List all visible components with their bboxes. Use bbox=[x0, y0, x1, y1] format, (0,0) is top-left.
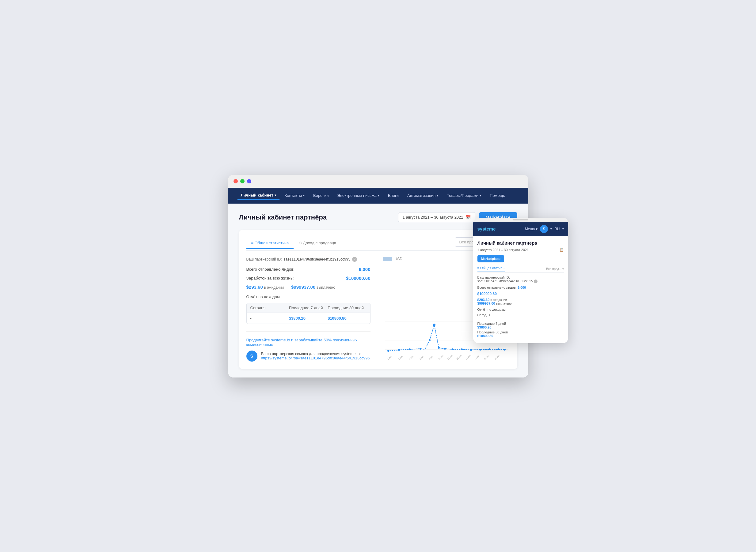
mobile-tabs-row: ≡ Общая статис... Все прод... ▾ bbox=[477, 266, 564, 272]
stats-left: Ваш партнерский ID: sae11101e4796dfc8eae… bbox=[246, 257, 378, 362]
nav-item-automation[interactable]: Автоматизация ▾ bbox=[404, 191, 442, 199]
mobile-overlay: systeme Меню ▾ S ▾ RU ▾ Личный кабинет п… bbox=[473, 218, 568, 343]
mobile-notch-bar bbox=[513, 219, 528, 221]
nav-item-contacts[interactable]: Контакты ▾ bbox=[281, 191, 308, 199]
svg-point-15 bbox=[479, 349, 481, 351]
lifetime-row: Заработок за всю жизнь: $100000.60 bbox=[246, 276, 370, 281]
mobile-nav-right: Меню ▾ S ▾ RU ▾ bbox=[525, 225, 564, 233]
svg-text:3 авг.: 3 авг. bbox=[398, 355, 403, 360]
mobile-menu-button[interactable]: Меню ▾ bbox=[525, 227, 538, 231]
calendar-icon: 📅 bbox=[466, 215, 471, 220]
browser-window: Личный кабинет ▾ Контакты ▾ Воронки Элек… bbox=[228, 175, 528, 378]
svg-text:13 авг.: 13 авг. bbox=[446, 354, 453, 360]
mobile-seller-dropdown[interactable]: Все прод... ▾ bbox=[546, 267, 564, 271]
pending-item: $293.60 в ожидании bbox=[246, 284, 284, 290]
income-table-row: - $3800.20 $10800.80 bbox=[247, 313, 370, 323]
leads-row: Всего отправлено лидов: 9,000 bbox=[246, 267, 370, 272]
svg-point-13 bbox=[461, 349, 463, 350]
mobile-today-row: Сегодня - bbox=[477, 313, 564, 320]
mobile-date-row: 1 августа 2021 – 30 августа 2021 📋 bbox=[477, 248, 564, 252]
svg-point-5 bbox=[398, 349, 400, 351]
mobile-caret-icon: ▾ bbox=[536, 227, 538, 231]
mobile-lang[interactable]: RU bbox=[554, 227, 560, 231]
nav-item-cabinet[interactable]: Личный кабинет ▾ bbox=[237, 191, 280, 200]
mobile-calendar-icon[interactable]: 📋 bbox=[560, 248, 564, 252]
mobile-content: Личный кабинет партнёра 1 августа 2021 –… bbox=[473, 236, 568, 343]
mobile-week7-row: Последние 7 дней $3800.20 bbox=[477, 322, 564, 329]
mobile-page-title: Личный кабинет партнёра bbox=[477, 240, 564, 246]
mobile-month30-row: Последние 30 дней $10800.80 bbox=[477, 330, 564, 338]
svg-text:23 авг.: 23 авг. bbox=[494, 354, 500, 360]
mobile-partner-id: Ваш партнерский ID: sae11101e4796dfc8eae… bbox=[477, 276, 564, 283]
caret-icon: ▾ bbox=[275, 193, 276, 197]
nav-item-products[interactable]: Товары/Продажи ▾ bbox=[443, 191, 485, 199]
caret-icon: ▾ bbox=[479, 194, 481, 197]
mobile-avatar: S bbox=[540, 225, 548, 233]
stats-grid: Ваш партнерский ID: sae11101e4796dfc8eae… bbox=[246, 257, 510, 362]
promo-section: Продвигайте systeme.io и зарабатывайте 5… bbox=[246, 331, 370, 362]
svg-point-7 bbox=[420, 348, 421, 350]
income-table-header: Сегодня Последние 7 дней Последние 30 дн… bbox=[247, 303, 370, 313]
mobile-lifetime: $100000.60 bbox=[477, 292, 564, 296]
nav-item-blogs[interactable]: Блоги bbox=[384, 191, 402, 199]
nav-item-emails[interactable]: Электронные письма ▾ bbox=[333, 191, 383, 199]
promo-link-row: S Ваша партнерская ссылка для продвижени… bbox=[246, 351, 370, 362]
partner-id-row: Ваш партнерский ID: sae11101e4796dfc8eae… bbox=[246, 257, 370, 262]
svg-point-16 bbox=[489, 349, 490, 350]
mobile-logo: systeme bbox=[477, 226, 496, 232]
mobile-lang-caret: ▾ bbox=[562, 227, 564, 231]
minimize-dot[interactable] bbox=[240, 179, 244, 183]
caret-icon: ▾ bbox=[303, 194, 305, 197]
svg-point-14 bbox=[470, 349, 472, 351]
info-icon[interactable]: ? bbox=[352, 257, 357, 262]
caret-icon: ▾ bbox=[437, 194, 438, 197]
mobile-leads-row: Всего отправлено лидов: 9,000 bbox=[477, 286, 564, 289]
svg-text:11 авг.: 11 авг. bbox=[437, 354, 443, 360]
systeme-icon: S bbox=[246, 351, 257, 362]
mobile-avatar-caret: ▾ bbox=[550, 227, 552, 231]
svg-point-17 bbox=[498, 349, 500, 350]
svg-text:5 авг.: 5 авг. bbox=[408, 355, 413, 360]
svg-text:7 авг.: 7 авг. bbox=[419, 355, 424, 360]
svg-point-9 bbox=[433, 323, 435, 326]
mobile-pending-paid: $293.60 в ожидании $999937.00 выплачено bbox=[477, 298, 564, 305]
svg-text:21 авг.: 21 авг. bbox=[483, 354, 490, 360]
svg-text:19 авг.: 19 авг. bbox=[474, 354, 480, 360]
svg-text:15 авг.: 15 авг. bbox=[456, 354, 462, 360]
close-dot[interactable] bbox=[233, 179, 238, 183]
caret-icon: ▾ bbox=[378, 194, 380, 197]
mobile-income-title: Отчёт по доходам bbox=[477, 308, 564, 311]
svg-point-11 bbox=[444, 348, 446, 350]
svg-point-4 bbox=[387, 350, 389, 352]
paid-item: $999937.00 выплачено bbox=[291, 284, 335, 290]
tab-seller-income[interactable]: ⊙ Доход с продавца bbox=[294, 239, 341, 249]
svg-text:17 авг.: 17 авг. bbox=[465, 354, 471, 360]
svg-point-10 bbox=[438, 347, 440, 349]
earnings-row: $293.60 в ожидании $999937.00 выплачено bbox=[246, 284, 370, 290]
tabs: ≡ Общая статистика ⊙ Доход с продавца bbox=[246, 239, 341, 245]
mobile-info-icon: ? bbox=[534, 280, 538, 283]
nav-item-help[interactable]: Помощь bbox=[486, 191, 509, 199]
svg-point-6 bbox=[409, 349, 411, 350]
svg-text:1 авг.: 1 авг. bbox=[387, 355, 392, 360]
maximize-dot[interactable] bbox=[247, 179, 251, 183]
nav-item-funnels[interactable]: Воронки bbox=[310, 191, 332, 199]
mobile-nav: systeme Меню ▾ S ▾ RU ▾ bbox=[473, 222, 568, 236]
income-table: Сегодня Последние 7 дней Последние 30 дн… bbox=[246, 303, 370, 324]
svg-text:9 авг.: 9 авг. bbox=[428, 355, 433, 360]
mobile-marketplace-button[interactable]: Marketplace bbox=[477, 255, 505, 262]
svg-point-18 bbox=[504, 349, 506, 351]
date-range-label: 1 августа 2021 – 30 августа 2021 bbox=[403, 215, 463, 220]
promo-link[interactable]: https://systeme.io/?sa=sae11101e4796dfc8… bbox=[261, 356, 370, 360]
mobile-date-range: 1 августа 2021 – 30 августа 2021 bbox=[477, 248, 529, 252]
tab-general-stats[interactable]: ≡ Общая статистика bbox=[246, 239, 294, 249]
browser-titlebar bbox=[228, 175, 528, 188]
tabs-row: ≡ Общая статистика ⊙ Доход с продавца Вс… bbox=[246, 237, 510, 251]
legend-box bbox=[383, 257, 392, 261]
nav-bar: Личный кабинет ▾ Контакты ▾ Воронки Элек… bbox=[228, 188, 528, 203]
svg-point-12 bbox=[452, 349, 453, 350]
date-range-picker[interactable]: 1 августа 2021 – 30 августа 2021 📅 bbox=[398, 212, 475, 222]
mobile-tab-stats[interactable]: ≡ Общая статис... bbox=[477, 266, 505, 272]
svg-point-8 bbox=[429, 339, 431, 341]
mobile-notch bbox=[473, 218, 568, 222]
